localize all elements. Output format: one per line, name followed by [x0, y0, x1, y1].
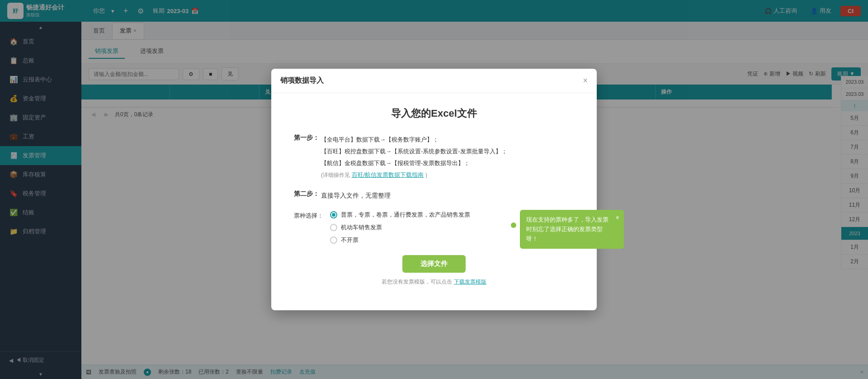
ticket-option-normal[interactable]: 普票，专票，卷票，通行费发票，农产品销售发票: [330, 211, 470, 219]
modal-body: 导入您的Excel文件 第一步： 【全电平台】数据下载→【税务数字账户】； 【百…: [271, 93, 597, 310]
step1-note: (详细操作见 百旺/航信发票数据下载指南 ): [321, 169, 507, 181]
import-modal: 销项数据导入 × 导入您的Excel文件 第一步： 【全电平台】数据下载→【税务…: [271, 69, 597, 310]
radio-normal[interactable]: [330, 211, 337, 218]
step1-label: 第一步：: [294, 134, 321, 177]
select-file-btn[interactable]: 选择文件: [402, 255, 466, 273]
ticket-option-noticket[interactable]: 不开票: [330, 236, 470, 244]
tooltip-close-btn[interactable]: ×: [616, 213, 619, 223]
step2-label: 第二步：: [294, 190, 321, 198]
ticket-radio-group: 普票，专票，卷票，通行费发票，农产品销售发票 机动车销售发票 ×: [330, 211, 470, 244]
step1-line3: 【航信】金税盘数据下载→【报税管理-发票数据导出】；: [321, 157, 507, 169]
modal-overlay: 销项数据导入 × 导入您的Excel文件 第一步： 【全电平台】数据下载→【税务…: [0, 0, 868, 379]
step1-content: 【全电平台】数据下载→【税务数字账户】； 【百旺】税控盘数据下载→【系统设置-系…: [321, 134, 507, 181]
guide-link[interactable]: 百旺/航信发票数据下载指南: [352, 171, 424, 178]
tooltip-dot: [511, 223, 516, 228]
download-template-link[interactable]: 下载发票模版: [454, 279, 486, 285]
tooltip-box: × 现在支持的票种多了，导入发票时别忘了选择正确的发票类型呀！: [520, 210, 624, 249]
modal-title: 销项数据导入: [280, 76, 324, 85]
step1-line1: 【全电平台】数据下载→【税务数字账户】；: [321, 134, 507, 146]
modal-footer: 若您没有发票模版，可以点击 下载发票模版: [294, 278, 574, 297]
step1-section: 第一步： 【全电平台】数据下载→【税务数字账户】； 【百旺】税控盘数据下载→【系…: [294, 134, 574, 181]
radio-motor[interactable]: [330, 224, 337, 231]
step2-section: 第二步： 直接导入文件，无需整理: [294, 190, 574, 202]
modal-header: 销项数据导入 ×: [271, 69, 597, 93]
step1-line2: 【百旺】税控盘数据下载→【系统设置-系统参数设置-发票批量导入】；: [321, 146, 507, 157]
step2-text: 直接导入文件，无需整理: [321, 192, 391, 200]
ticket-option-motor[interactable]: 机动车销售发票 × 现在支持的票种多了，导入发票时别忘了选择正确的发票类型呀！: [330, 223, 470, 232]
ticket-section: 票种选择： 普票，专票，卷票，通行费发票，农产品销售发票 机动车销售发票: [294, 211, 574, 244]
modal-close-btn[interactable]: ×: [583, 76, 588, 85]
ticket-label: 票种选择：: [294, 211, 330, 220]
radio-noticket[interactable]: [330, 237, 337, 244]
modal-main-title: 导入您的Excel文件: [294, 107, 574, 120]
